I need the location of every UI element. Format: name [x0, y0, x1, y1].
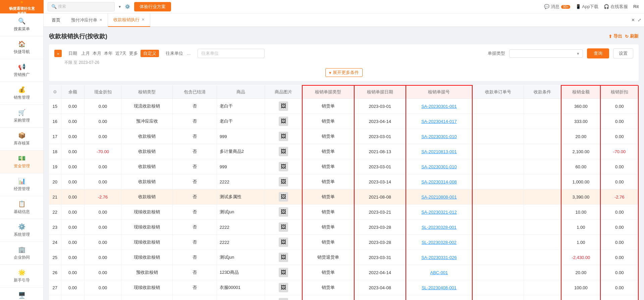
cell-doc-bill-no[interactable]: SA-20230314-008	[406, 174, 472, 189]
sidebar-item-marketing[interactable]: 📢 营销推广	[0, 59, 43, 82]
sidebar-item-operations[interactable]: 📊 经营管理	[0, 173, 43, 196]
messages-btn[interactable]: 💬 消息 99+	[544, 4, 570, 10]
cell-verify-discount: 0.00	[600, 114, 638, 129]
cell-no: 24	[49, 235, 61, 250]
cell-doc-bill-no[interactable]: SA-20230414-017	[406, 114, 472, 129]
cell-doc-bill-no[interactable]: SL-20230328-001	[406, 220, 472, 235]
date-options: 上月 本月 本年 近7天 更多 自定义	[81, 50, 159, 57]
refresh-btn[interactable]: ↻ 刷新	[625, 33, 639, 39]
maximize-btn[interactable]: ⤢	[638, 17, 641, 23]
date-last-month[interactable]: 上月	[81, 50, 90, 56]
cell-balance: 0.00	[61, 280, 84, 295]
table-header-row: ⚙ 余额 现金折扣 核销类型 包含已结清 商品 商品图片 核销单据类型 核销单据…	[49, 85, 638, 99]
cell-cash-discount: -2.76	[84, 189, 121, 205]
cell-doc-bill-no[interactable]: SA-20230331-026	[406, 250, 472, 265]
filter-doc-type-select[interactable]: ▾	[509, 49, 583, 58]
cell-doc-bill-date: 2022-04-14	[354, 265, 406, 280]
sidebar-item-purchase[interactable]: 🛒 采购管理	[0, 105, 43, 128]
cell-doc-bill-type: 销货单	[302, 174, 354, 189]
cell-included: 否	[173, 265, 217, 280]
query-btn[interactable]: 查询	[587, 48, 609, 58]
cell-goods-image: 🖼	[265, 99, 303, 114]
sidebar-item-search[interactable]: 🔍 搜索菜单	[0, 13, 43, 36]
trial-industry-btn[interactable]: 体验行业方案	[134, 2, 171, 11]
tab-prepay[interactable]: 预付冲应付单 ✕	[66, 13, 108, 27]
cell-doc-bill-no[interactable]: SA-20210808-001	[406, 189, 472, 205]
cell-doc-bill-no[interactable]: ABC-001	[406, 265, 472, 280]
sidebar-item-smart-hardware[interactable]: 🖥️ 智能硬件	[0, 288, 43, 300]
cell-collection-cond	[524, 265, 561, 280]
sidebar-item-label: 营销推广	[14, 72, 30, 78]
sidebar-item-newbie[interactable]: 🌟 新手引导	[0, 265, 43, 288]
cell-collection-cond	[524, 189, 561, 205]
date-this-month[interactable]: 本月	[93, 50, 101, 56]
cell-verify-type: 收款核销	[121, 174, 173, 189]
cell-goods-image: 🖼	[265, 250, 303, 265]
table-row: 28 0.00 0.00 现续收款核销 否 2222 🖼 销货单 2023-04…	[49, 295, 638, 300]
cell-doc-bill-no[interactable]: SL-20230418-001	[406, 295, 472, 300]
sidebar-item-label: 新手引导	[14, 277, 30, 283]
user-name[interactable]: Rit	[633, 4, 639, 9]
tab-prepay-close[interactable]: ✕	[99, 18, 102, 22]
search-dropdown[interactable]: ▾	[119, 4, 121, 9]
cell-doc-bill-no[interactable]: SL-20230328-002	[406, 235, 472, 250]
cell-verify-discount: -2.76	[600, 189, 638, 205]
filter-unit-group: 往来单位 ...	[166, 50, 193, 56]
table-row: 20 0.00 0.00 收款核销 否 2222 🖼 销货单 2023-03-1…	[49, 174, 638, 189]
cell-collection-order	[472, 129, 524, 144]
sidebar-item-inventory[interactable]: 📦 库存核算	[0, 128, 43, 151]
date-this-year[interactable]: 本年	[104, 50, 113, 56]
quick-nav-icon: 🏠	[18, 40, 25, 48]
cell-verify-type: 现续收款核销	[121, 280, 173, 295]
cell-goods: 测试jun	[217, 250, 265, 265]
sidebar-item-sales[interactable]: 💰 销售管理	[0, 82, 43, 105]
close-all-tabs-btn[interactable]: ✕	[631, 17, 635, 23]
export-btn[interactable]: ⬆ 导出	[608, 33, 622, 39]
col-header-balance: 余额	[61, 85, 84, 99]
cell-balance: 0.00	[61, 159, 84, 174]
cell-collection-order	[472, 174, 524, 189]
date-more[interactable]: 更多	[129, 50, 138, 56]
filter-settings-btn[interactable]: 设置	[613, 48, 633, 58]
sidebar-item-label: 搜索菜单	[14, 26, 30, 32]
cell-cash-discount: 0.00	[84, 265, 121, 280]
cell-verify-amount: 2,100.00	[561, 144, 600, 159]
tab-home[interactable]: 首页	[46, 13, 66, 27]
cell-doc-bill-no[interactable]: SA-20230301-010	[406, 159, 472, 174]
online-service-btn[interactable]: 🎧 在线客服	[604, 4, 628, 10]
settings-gear-icon[interactable]: ⚙️	[125, 4, 130, 9]
tab-collection-close[interactable]: ✕	[142, 17, 145, 22]
sidebar-item-quicknav[interactable]: 🏠 快捷导航	[0, 36, 43, 59]
main-content: 首页 预付冲应付单 ✕ 收款核销执行 ✕ ✕ ⤢ 收款核销执行(按收款) ⬆	[44, 13, 644, 300]
table-row: 23 0.00 0.00 现续收款核销 否 2222 🖼 销货单 2023-03…	[49, 220, 638, 235]
sidebar-item-enterprise[interactable]: 🏢 企业协同	[0, 242, 43, 265]
cell-verify-amount: 20.00	[561, 265, 600, 280]
table-settings-icon[interactable]: ⚙	[53, 89, 57, 94]
cell-doc-bill-no[interactable]: SL-20230408-001	[406, 280, 472, 295]
date-custom[interactable]: 自定义	[141, 50, 159, 57]
cell-verify-discount: 0.00	[600, 205, 638, 220]
cell-doc-bill-no[interactable]: SA-20230301-010	[406, 129, 472, 144]
expand-more-filters-btn[interactable]: ▾ 展开更多条件	[325, 68, 363, 77]
cell-goods-image: 🖼	[265, 144, 303, 159]
cell-balance: 0.00	[61, 250, 84, 265]
cell-verify-discount: 0.00	[600, 99, 638, 114]
cell-doc-bill-date: 2023-03-28	[354, 235, 406, 250]
top-search-bar[interactable]: 🔍 搜索	[48, 2, 115, 11]
cell-doc-bill-no[interactable]: SA-20230301-001	[406, 99, 472, 114]
sidebar-item-finance[interactable]: 💵 资金管理	[0, 151, 43, 173]
cell-doc-bill-no[interactable]: SA-20210813-001	[406, 144, 472, 159]
cell-goods-image: 🖼	[265, 174, 303, 189]
table-row: 15 0.00 0.00 现流收款核销 否 老白干 🖼 销货单 2023-03-…	[49, 99, 638, 114]
date-7days[interactable]: 近7天	[115, 50, 126, 56]
cell-doc-bill-type: 销货单	[302, 220, 354, 235]
tab-collection[interactable]: 收款核销执行 ✕	[108, 13, 150, 27]
app-download-btn[interactable]: 📱 App下载	[576, 4, 598, 10]
sidebar-item-system[interactable]: ⚙️ 系统管理	[0, 219, 43, 242]
cell-verify-type: 现流收款核销	[121, 99, 173, 114]
sidebar-item-basic-info[interactable]: 📋 基础信息	[0, 196, 43, 219]
filter-toggle-btn[interactable]: »	[54, 50, 62, 57]
cell-doc-bill-no[interactable]: SA-20230321-012	[406, 205, 472, 220]
cell-verify-discount: 0.00	[600, 295, 638, 300]
filter-unit-input[interactable]: 往来单位	[198, 49, 265, 58]
